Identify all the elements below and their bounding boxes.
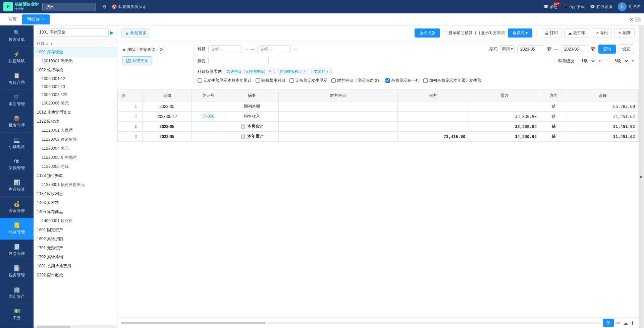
period-start-input[interactable]	[517, 45, 544, 53]
tree-item-1001[interactable]: 1001 库存现金	[34, 48, 117, 57]
subject-more-btn-2[interactable]: ···	[293, 47, 297, 52]
filter-settings-icon-btn[interactable]: ⚙	[157, 46, 165, 54]
summary-input[interactable]	[208, 57, 269, 65]
app-download-btn[interactable]: 📱 App下载	[563, 4, 585, 10]
sidebar-item-fixed-assets[interactable]: 🏢 固定资产	[0, 282, 34, 304]
tree-item-10010001[interactable]: 10010001 哟哟哟	[34, 57, 117, 66]
sidebar-item-search[interactable]: 🔍 搜索菜单	[0, 25, 34, 47]
refresh-btn[interactable]: ↻ 刷新	[614, 28, 635, 38]
level-start-select[interactable]: 1级2级3级4级5级6级	[577, 57, 596, 65]
checkbox-no-balance[interactable]	[289, 78, 294, 83]
period-type-selector[interactable]: 期间 ▾	[500, 45, 515, 53]
tree-item-11220004[interactable]: 11220004 美元	[34, 144, 117, 153]
settings-icon-btn[interactable]: ⚙	[101, 4, 108, 10]
tree-item-14050001[interactable]: 14050001 原材料	[34, 216, 117, 225]
calc-tag-normal-remove[interactable]: ✕	[269, 69, 272, 74]
lang-btn[interactable]: 英	[603, 319, 614, 327]
tree-item-11220002[interactable]: 11220002 往来标签	[34, 135, 117, 144]
tree-item-1122[interactable]: 1122 应收款	[34, 117, 117, 126]
tree-col-sort-btn[interactable]: ↕	[50, 42, 52, 46]
demo-btn[interactable]: 🎯 我要看实例演示	[111, 4, 147, 10]
query-btn[interactable]: 查询	[598, 45, 616, 54]
upload-icon[interactable]: ⬆	[631, 320, 635, 326]
table-settings-icon[interactable]: ⚙	[121, 93, 125, 99]
tree-item-11220005[interactable]: 11220005 所在地区	[34, 153, 117, 162]
account-navigate-btn[interactable]: ▶	[110, 30, 114, 35]
sidebar-item-ecommerce[interactable]: 💻 小畅电商	[0, 133, 34, 154]
online-service-btn[interactable]: 💬 在线客服	[590, 4, 612, 10]
sidebar-item-project[interactable]: 📋 项目合同	[0, 68, 34, 90]
sidebar-item-capital[interactable]: 💰 资金管理	[0, 197, 34, 218]
sidebar-item-retail[interactable]: 🛒 零售管理	[0, 90, 34, 111]
cloud-print-btn[interactable]: ☁ 云打印	[564, 28, 589, 38]
check-no-balance[interactable]: 无余额无发生显示	[289, 78, 327, 83]
check-balance-one-row[interactable]: 余额显示在一列	[385, 78, 419, 83]
sidebar-item-general-ledger[interactable]: 📒 总账管理	[0, 218, 34, 240]
level-dropdown-icon[interactable]: ▾	[599, 59, 601, 63]
sys-scheme-btn[interactable]: 🔄 系统方案	[122, 56, 152, 65]
tree-item-2202[interactable]: 2202 应付账款	[34, 271, 117, 280]
checkbox-hide-disabled[interactable]	[256, 78, 260, 83]
tab-detail[interactable]: 明细账 ✕	[22, 14, 50, 24]
amount-format-btn[interactable]: 金额式 ▾	[508, 28, 532, 38]
tree-item-1132[interactable]: 1132 应收利息	[34, 189, 117, 198]
level-end-select[interactable]: 1级2级3级4级5级6级	[610, 57, 629, 65]
tree-item-11230001[interactable]: 11230001 预付账款美元	[34, 180, 117, 189]
sidebar-item-inventory[interactable]: 📊 库存核算	[0, 175, 34, 197]
subject-more-btn[interactable]: ···	[245, 47, 248, 52]
print-btn[interactable]: 🖨 打印	[541, 28, 561, 38]
tree-item-1602[interactable]: 1602 累计折旧	[34, 235, 117, 244]
tree-item-1012[interactable]: 1012 其他货币资金	[34, 108, 117, 117]
settings-btn[interactable]: 设置	[619, 44, 634, 54]
tree-scrollbar[interactable]	[34, 325, 117, 328]
voucher-link-row2[interactable]: 记-006	[202, 114, 214, 119]
tree-item-1403[interactable]: 1403 原材料	[34, 198, 117, 207]
sidebar-item-purchase[interactable]: 🛍 采购管理	[0, 154, 34, 175]
avatar[interactable]: U	[618, 2, 627, 11]
tab-close-icon[interactable]: ✕	[42, 17, 45, 21]
sidebar-item-tax[interactable]: 📑 税务管理	[0, 261, 34, 282]
horizontal-scrollbar[interactable]	[121, 322, 600, 324]
calc-tag-foreign-remove[interactable]: ✕	[303, 69, 306, 74]
show-contra-checkbox[interactable]	[475, 31, 480, 35]
show-aux-checkbox[interactable]	[443, 31, 447, 35]
sidebar-item-quick-nav[interactable]: ⚡ 快捷导航	[0, 47, 34, 68]
export-btn[interactable]: ↗ 导出	[592, 28, 612, 38]
check-period-balance[interactable]: 期初余额显示本年累计发生额	[423, 78, 481, 83]
th-settings[interactable]: ⚙	[118, 90, 129, 102]
cloud-icon[interactable]: ☁	[623, 320, 628, 326]
maximize-btn[interactable]: ⬜	[635, 17, 641, 22]
tree-item-1405[interactable]: 1405 库存商品	[34, 207, 117, 216]
checkbox-no-occurrence[interactable]	[198, 78, 202, 83]
tree-item-10020001[interactable]: 10020001 12	[34, 75, 117, 83]
side-toggle[interactable]: ▶	[639, 25, 644, 328]
tree-col-menu-btn[interactable]: ≡	[46, 42, 48, 46]
check-contra-subject[interactable]: 对方科目（显示辅助项）	[331, 78, 381, 83]
return-old-btn[interactable]: 返回旧版	[415, 28, 440, 38]
edit-icon[interactable]: ✏	[616, 320, 621, 326]
check-no-occurrence[interactable]: 无发生额显示本月本年累计	[198, 78, 252, 83]
sidebar-item-business[interactable]: 📈 经营管理	[0, 325, 34, 328]
show-contra-check[interactable]: 显示对方科目	[475, 30, 505, 36]
tree-item-10020002[interactable]: 10020002 23	[34, 83, 117, 91]
tree-item-1801[interactable]: 1801 长期待摊费用	[34, 262, 117, 271]
sidebar-item-wholesale[interactable]: 📦 批发管理	[0, 111, 34, 133]
row2-voucher[interactable]: 记-006	[192, 112, 225, 122]
tree-item-1123[interactable]: 1123 预付账款	[34, 171, 117, 180]
collapse-left-icon[interactable]: ◀	[122, 47, 125, 52]
collapse-more-btn[interactable]: ▲ 收起更多	[121, 28, 150, 38]
tab-home[interactable]: 首页	[3, 14, 21, 24]
calc-tag-qty-dropdown[interactable]: ▾	[327, 69, 329, 74]
show-aux-check[interactable]: 显示辅助核算	[443, 30, 473, 36]
tree-item-1601[interactable]: 1601 固定资产	[34, 225, 117, 235]
checkbox-contra-subject[interactable]	[331, 78, 336, 83]
tree-item-1002[interactable]: 1002 银行存款	[34, 66, 117, 75]
check-hide-disabled[interactable]: 隐藏禁用科目	[256, 78, 285, 83]
message-btn[interactable]: 💬 消息 99+	[543, 4, 557, 10]
tree-item-11220001[interactable]: 11220001 人民币	[34, 126, 117, 135]
tree-item-10020003[interactable]: 10020003 122	[34, 91, 117, 99]
sidebar-item-payroll[interactable]: 💵 工资	[0, 304, 34, 325]
subject-input-2[interactable]	[257, 45, 291, 53]
tree-item-1701[interactable]: 1701 无形资产	[34, 244, 117, 253]
close-window-btn[interactable]: ✕	[630, 17, 634, 22]
